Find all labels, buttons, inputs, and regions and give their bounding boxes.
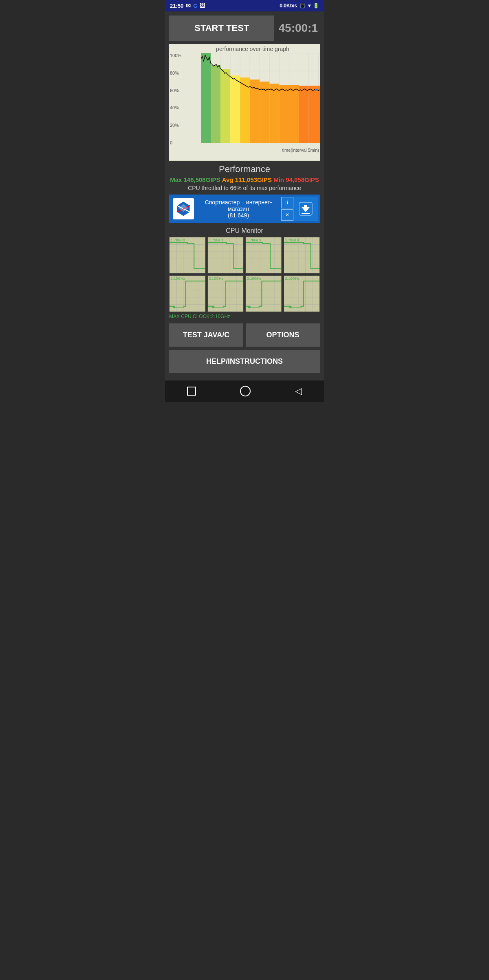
cpu-cell-4-label: 1.78GHz (285, 238, 300, 242)
ad-info-button[interactable]: ℹ (281, 197, 293, 208)
main-content: START TEST 45:00:1 performance over time… (165, 11, 324, 380)
svg-point-103 (248, 306, 251, 309)
status-right: 0.0Kb/s 📳 ▾ 🔋 (280, 3, 319, 9)
nav-square-icon[interactable] (187, 387, 196, 396)
cpu-cell-7-label: 2.10GHz (247, 277, 262, 281)
svg-rect-20 (220, 69, 230, 143)
start-test-button[interactable]: START TEST (169, 15, 274, 41)
cpu-graph-8 (284, 276, 320, 312)
bottom-buttons: TEST JAVA/C OPTIONS (169, 323, 320, 347)
graph-title: performance over time graph (185, 46, 320, 52)
cpu-cell-3-label: 1.78GHz (247, 238, 262, 242)
cpu-cell-8: 2.10GHz (284, 275, 320, 312)
clock: 21:50 (170, 3, 183, 9)
cpu-cell-6: 2.10GHz (207, 275, 244, 312)
status-left: 21:50 ✉ G 🖼 (170, 2, 205, 9)
y-axis-labels: 100% 80% 60% 40% 20% 0 (170, 53, 181, 147)
performance-title: Performance (169, 164, 320, 175)
svg-rect-37 (302, 213, 310, 214)
cpu-graph-3 (246, 237, 282, 273)
max-cpu-label: MAX CPU CLOCK:2.10GHz (169, 314, 320, 319)
nav-circle-icon[interactable] (240, 386, 251, 396)
cpu-graph-4 (284, 237, 320, 273)
google-icon: G (193, 3, 197, 9)
cpu-cell-2: 1.78GHz (207, 237, 244, 274)
svg-rect-29 (309, 86, 320, 143)
nav-back-icon[interactable]: ◁ (295, 386, 302, 396)
cpu-cell-1: 1.78GHz (169, 237, 206, 274)
svg-rect-28 (299, 86, 308, 143)
stat-max: Max 146,508GIPS (170, 176, 220, 183)
cpu-cell-8-label: 2.10GHz (285, 277, 300, 281)
download-icon (298, 201, 313, 216)
cpu-monitor-title: CPU Monitor (169, 227, 320, 234)
cpu-cell-3: 1.78GHz (245, 237, 282, 274)
svg-point-93 (211, 306, 214, 309)
y-label-0: 0 (170, 140, 181, 145)
svg-rect-19 (211, 65, 220, 143)
svg-point-83 (173, 306, 176, 309)
ad-main-text: Спортмастер – интернет-магазин (199, 199, 278, 212)
cpu-cell-2-label: 1.78GHz (209, 238, 224, 242)
cpu-cell-5-label: 2.10GHz (171, 277, 185, 281)
nav-bar: ◁ (165, 380, 324, 402)
ad-text: Спортмастер – интернет-магазин (81 649) (196, 199, 281, 219)
cpu-cell-7: 2.10GHz (245, 275, 282, 312)
top-row: START TEST 45:00:1 (169, 15, 320, 41)
cpu-cell-6-label: 2.10GHz (209, 277, 224, 281)
ad-close-button[interactable]: ✕ (281, 209, 293, 221)
ad-action-area: ℹ ✕ (281, 197, 293, 221)
mail-icon: ✉ (186, 2, 191, 9)
cpu-cell-4: 1.78GHz (284, 237, 320, 274)
ad-logo-inner (173, 198, 194, 219)
image-icon: 🖼 (200, 3, 205, 9)
y-label-20: 20% (170, 123, 181, 128)
vibrate-icon: 📳 (300, 3, 306, 9)
options-button[interactable]: OPTIONS (246, 323, 320, 347)
graph-time-label: time(interval 5min) (185, 148, 320, 153)
y-label-100: 100% (170, 53, 181, 58)
ad-sub-text: (81 649) (199, 212, 278, 219)
throttle-text: CPU throttled to 66% of its max performa… (169, 185, 320, 191)
wifi-icon: ▾ (308, 3, 311, 9)
test-java-c-button[interactable]: TEST JAVA/C (169, 323, 243, 347)
svg-point-30 (315, 88, 317, 91)
cpu-graph-6 (208, 276, 244, 312)
performance-section: Performance Max 146,508GIPS Avg 111,053G… (169, 164, 320, 191)
performance-graph-container: performance over time graph 100% 80% 60%… (169, 44, 320, 161)
cpu-monitor-section: CPU Monitor 1.78GHz (169, 227, 320, 319)
cpu-graph-1 (170, 237, 205, 273)
cpu-cell-5: 2.10GHz (169, 275, 206, 312)
svg-point-113 (289, 306, 292, 309)
timer-display: 45:00:1 (278, 22, 320, 35)
stat-min: Min 94,058GIPS (273, 176, 319, 183)
ad-banner[interactable]: Спортмастер – интернет-магазин (81 649) … (169, 195, 320, 223)
svg-rect-18 (201, 53, 211, 143)
svg-rect-26 (279, 85, 289, 143)
svg-rect-27 (289, 85, 299, 143)
performance-svg (201, 53, 320, 143)
network-speed: 0.0Kb/s (280, 3, 297, 9)
y-label-80: 80% (170, 71, 181, 75)
svg-rect-24 (260, 82, 269, 143)
svg-rect-21 (230, 75, 240, 143)
cpu-top-row: 1.78GHz 1.78GHz (169, 237, 320, 274)
graph-area (201, 53, 320, 143)
sportmaster-logo-svg (174, 200, 192, 218)
help-instructions-button[interactable]: HELP/INSTRUCTIONS (169, 350, 320, 373)
performance-stats: Max 146,508GIPS Avg 111,053GIPS Min 94,0… (169, 176, 320, 183)
svg-rect-25 (269, 84, 279, 143)
y-label-60: 60% (170, 88, 181, 93)
cpu-cell-1-label: 1.78GHz (171, 238, 185, 242)
cpu-graph-7 (246, 276, 282, 312)
cpu-bottom-row: 2.10GHz 2.10GHz (169, 275, 320, 312)
battery-icon: 🔋 (313, 3, 319, 9)
y-label-40: 40% (170, 105, 181, 110)
cpu-graph-2 (208, 237, 244, 273)
ad-download[interactable] (293, 197, 318, 221)
stat-avg: Avg 111,053GIPS (222, 176, 272, 183)
cpu-graph-5 (170, 276, 205, 312)
ad-logo (171, 197, 196, 221)
status-bar: 21:50 ✉ G 🖼 0.0Kb/s 📳 ▾ 🔋 (165, 0, 324, 11)
